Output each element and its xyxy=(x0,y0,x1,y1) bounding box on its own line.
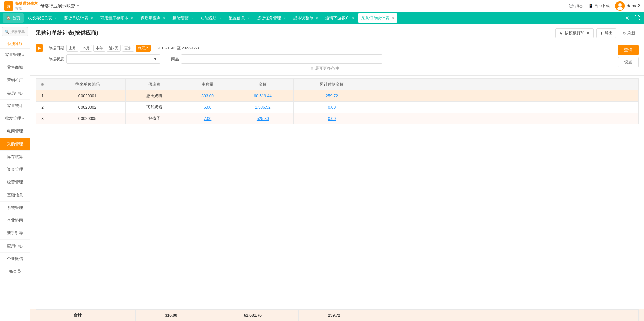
sidebar-item-wechat[interactable]: 企业微信 xyxy=(0,253,30,265)
close-icon[interactable]: × xyxy=(316,16,318,20)
footer-qty: 316.00 xyxy=(135,310,207,321)
sidebar-item-wholesale[interactable]: 批发管理 ▼ xyxy=(0,112,30,125)
tab-baozhiqi[interactable]: 保质期查询 × xyxy=(137,13,169,23)
sidebar-item-enterprise[interactable]: 企业协同 xyxy=(0,214,30,227)
goods-input[interactable] xyxy=(181,54,382,64)
page-header: 采购订单统计表(按供应商) 🖨 按模板打印 ▼ ⬇ 导出 ↺ 刷新 xyxy=(30,24,644,41)
tab-home[interactable]: 🏠 首页 xyxy=(3,13,24,23)
close-icon[interactable]: × xyxy=(191,16,193,20)
sidebar-item-marketing[interactable]: 营销推广 xyxy=(0,74,30,87)
sidebar-item-retail-stats[interactable]: 零售统计 xyxy=(0,100,30,112)
close-icon[interactable]: × xyxy=(91,16,93,20)
query-button[interactable]: 查询 xyxy=(618,45,639,55)
close-icon[interactable]: × xyxy=(163,16,165,20)
row-amount[interactable]: 1,586.52 xyxy=(232,102,293,113)
sidebar-item-ecommerce[interactable]: 电商管理 xyxy=(0,125,30,138)
close-icon[interactable]: × xyxy=(352,16,354,20)
tab-peizhi[interactable]: 配置信息 × xyxy=(225,13,253,23)
row-amount[interactable]: 525.80 xyxy=(232,113,293,124)
close-icon[interactable]: × xyxy=(55,16,57,20)
tab-jianhuorenwu[interactable]: 拣货任务管理 × xyxy=(254,13,289,23)
quick-nav-button[interactable]: 快捷导航 xyxy=(0,39,30,49)
row-qty[interactable]: 6.00 xyxy=(183,102,232,113)
sidebar-item-finance[interactable]: 资金管理 xyxy=(0,163,30,176)
close-icon[interactable]: × xyxy=(131,16,133,20)
app-download-button[interactable]: 📱 App下载 xyxy=(588,3,610,9)
user-name[interactable]: demo2 xyxy=(627,3,640,8)
expand-more-button[interactable]: ⊕ 展开更多条件 xyxy=(310,66,339,71)
table-row[interactable]: 2 00020002 飞鹤奶粉 6.00 1,586.52 0.00 xyxy=(36,102,639,113)
sidebar-item-vip[interactable]: 畅会员 xyxy=(0,265,30,278)
row-paid[interactable]: 259.72 xyxy=(293,90,370,102)
shortcut-last-month[interactable]: 上月 xyxy=(66,45,78,52)
table-row[interactable]: 3 00020005 好孩子 7.00 525.80 0.00 xyxy=(36,113,639,124)
sidebar-item-appcenter[interactable]: 应用中心 xyxy=(0,240,30,253)
user-area[interactable]: demo2 xyxy=(615,1,640,11)
filter-collapse-button[interactable]: ▶ xyxy=(36,44,43,52)
expand-icon: ⊕ xyxy=(310,66,314,71)
date-filter: 单据日期 上月 本月 本年 近7天 更多 自定义 xyxy=(48,45,151,52)
shortcut-this-month[interactable]: 本月 xyxy=(80,45,92,52)
close-icon[interactable]: × xyxy=(219,16,221,20)
row-index: 2 xyxy=(36,102,49,113)
page-title: 采购订单统计表(按供应商) xyxy=(36,30,98,37)
sidebar-item-purchase[interactable]: 采购管理 xyxy=(0,138,30,151)
tab-caigou[interactable]: 采购订单统计表 × xyxy=(358,13,397,23)
tab-chaochuyujing[interactable]: 超储预警 × xyxy=(169,13,197,23)
goods-filter: 商品 ... xyxy=(171,54,388,64)
close-icon[interactable]: × xyxy=(248,16,250,20)
download-icon: 📱 xyxy=(588,4,593,8)
top-bar-right: 💬 消息 📱 App下载 demo2 xyxy=(569,1,640,11)
sidebar-search-area: 🔍 搜索菜单 xyxy=(0,24,30,39)
col-extra xyxy=(370,79,639,90)
row-paid[interactable]: 0.00 xyxy=(293,102,370,113)
nav-fullscreen-button[interactable]: ⛶ xyxy=(633,15,641,21)
row-paid[interactable]: 0.00 xyxy=(293,113,370,124)
sidebar-item-newguide[interactable]: 新手引导 xyxy=(0,227,30,240)
logo-text: 畅捷通好生意 标版 xyxy=(15,1,38,11)
settings-button[interactable]: 设置 xyxy=(618,57,639,67)
footer-row: 合计 316.00 62,631.76 259.72 xyxy=(36,310,639,321)
print-button[interactable]: 🖨 按模板打印 ▼ xyxy=(555,28,594,38)
sidebar-item-member[interactable]: 会员中心 xyxy=(0,87,30,100)
nav-tabs-end: ✕ ⛶ xyxy=(624,15,641,21)
sidebar-item-basic[interactable]: 基础信息 xyxy=(0,189,30,202)
row-amount[interactable]: 60,519.44 xyxy=(232,90,293,102)
refresh-icon: ↺ xyxy=(623,31,626,36)
sidebar-item-ops[interactable]: 经营管理 xyxy=(0,176,30,189)
workspace-selector[interactable]: 母婴行业演示账套 ▼ xyxy=(40,3,80,9)
search-menu-button[interactable]: 🔍 搜索菜单 xyxy=(2,27,28,36)
tab-kuyun[interactable]: 可用量库存账本 × xyxy=(97,13,137,23)
tab-shoufa[interactable]: 收发存汇总表 × xyxy=(24,13,60,23)
row-qty[interactable]: 303.00 xyxy=(183,90,232,102)
shortcut-7days[interactable]: 近7天 xyxy=(107,45,121,52)
export-button[interactable]: ⬇ 导出 xyxy=(596,28,616,38)
sidebar-item-inventory[interactable]: 库存核算 xyxy=(0,151,30,163)
tab-yaoqing[interactable]: 邀请下游客户 × xyxy=(322,13,358,23)
tab-yaohuo[interactable]: 要货单统计表 × xyxy=(61,13,96,23)
close-icon[interactable]: × xyxy=(284,16,286,20)
date-shortcuts: 上月 本月 本年 近7天 更多 自定义 xyxy=(66,45,151,52)
nav-close-button[interactable]: ✕ xyxy=(624,15,631,21)
status-select[interactable]: ▼ xyxy=(66,54,160,64)
tab-gongneng[interactable]: 功能说明 × xyxy=(197,13,225,23)
date-range-text: 2016-01-01 至 2023-12-31 xyxy=(157,46,201,51)
nav-tabs: 🏠 首页 收发存汇总表 × 要货单统计表 × 可用量库存账本 × 保质期查询 ×… xyxy=(0,12,644,24)
sidebar-item-retail-manage[interactable]: 零售管理 ▲ xyxy=(0,49,30,61)
tab-chengben[interactable]: 成本调整单 × xyxy=(290,13,321,23)
table-header-row: ⚙ 往来单位编码 供应商 主数量 金额 累计付款金额 xyxy=(36,79,639,90)
message-button[interactable]: 💬 消息 xyxy=(569,3,583,9)
sidebar-item-system[interactable]: 系统管理 xyxy=(0,202,30,214)
column-settings-icon[interactable]: ⚙ xyxy=(41,82,44,87)
more-filters-button[interactable]: ... xyxy=(384,57,388,61)
shortcut-more[interactable]: 更多 xyxy=(122,45,134,52)
table-row[interactable]: 1 00020001 惠氏奶粉 303.00 60,519.44 259.72 xyxy=(36,90,639,102)
refresh-button[interactable]: ↺ 刷新 xyxy=(619,29,639,38)
row-qty[interactable]: 7.00 xyxy=(183,113,232,124)
row-index: 1 xyxy=(36,90,49,102)
col-supplier: 供应商 xyxy=(126,79,183,90)
close-icon-active[interactable]: × xyxy=(392,16,394,20)
export-icon: ⬇ xyxy=(600,31,603,36)
sidebar-item-retail-mall[interactable]: 零售商城 xyxy=(0,61,30,74)
shortcut-this-year[interactable]: 本年 xyxy=(93,45,105,52)
